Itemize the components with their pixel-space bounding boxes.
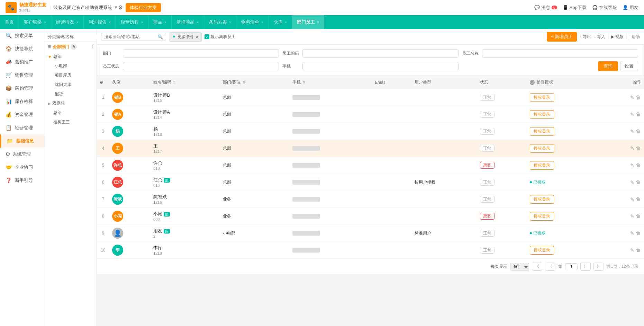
trial-button[interactable]: 体验行业方案 bbox=[126, 3, 161, 12]
close-icon[interactable]: × bbox=[109, 20, 111, 24]
edit-btn[interactable]: ✎ bbox=[629, 94, 635, 101]
close-icon[interactable]: × bbox=[44, 20, 46, 24]
close-icon[interactable]: × bbox=[141, 20, 143, 24]
dept-node-peihuo[interactable]: 配货 bbox=[48, 89, 97, 99]
delete-btn[interactable]: 🗑 bbox=[635, 230, 641, 237]
edit-btn[interactable]: ✎ bbox=[629, 247, 635, 254]
phone-input[interactable] bbox=[302, 62, 459, 70]
sidebar-item-basic[interactable]: 📁 基础信息 bbox=[0, 134, 45, 148]
dept-node-shenyang[interactable]: 沈阳大库 bbox=[48, 80, 97, 89]
auth-login-btn[interactable]: 授权登录 bbox=[530, 161, 554, 170]
close-icon[interactable]: × bbox=[317, 20, 319, 24]
delete-btn[interactable]: 🗑 bbox=[635, 179, 641, 186]
tab-operation-history[interactable]: 经营历程× bbox=[116, 15, 148, 29]
close-icon[interactable]: × bbox=[197, 20, 199, 24]
close-icon[interactable]: × bbox=[76, 20, 78, 24]
first-page-btn[interactable]: 《 bbox=[532, 263, 542, 271]
empname-input[interactable] bbox=[482, 49, 638, 58]
edit-btn[interactable]: ✎ bbox=[629, 128, 635, 135]
app-download-btn[interactable]: 📱 App下载 bbox=[563, 5, 587, 11]
dept-node-xiaodian[interactable]: 小电部 bbox=[48, 61, 97, 71]
th-settings[interactable]: ⚙ bbox=[97, 76, 109, 89]
delete-btn[interactable]: 🗑 bbox=[635, 196, 641, 203]
sidebar-item-operation[interactable]: 📋 经营管理 bbox=[0, 121, 45, 134]
page-size-select[interactable]: 50 100 bbox=[510, 263, 529, 271]
sidebar-item-quick-nav[interactable]: 🏠 快捷导航 bbox=[0, 42, 45, 55]
sidebar-item-collab[interactable]: 🤝 企业协同 bbox=[0, 161, 45, 174]
auth-login-btn[interactable]: 授权登录 bbox=[530, 246, 554, 255]
auth-login-btn[interactable]: 授权登录 bbox=[530, 127, 554, 136]
dept-node-zongbu[interactable]: ▼ 总部 bbox=[45, 52, 97, 61]
dept-node-xiangmu[interactable]: 项目库房 bbox=[48, 71, 97, 80]
sort-phone-icon[interactable]: ⇅ bbox=[302, 80, 305, 84]
online-service-btn[interactable]: 🎧 在线客服 bbox=[592, 5, 617, 11]
sort-name-icon[interactable]: ⇅ bbox=[173, 80, 176, 84]
delete-btn[interactable]: 🗑 bbox=[635, 247, 641, 254]
sidebar-item-guide[interactable]: ❓ 新手引导 bbox=[0, 174, 45, 187]
tab-customer[interactable]: 客户联络× bbox=[19, 15, 51, 29]
edit-btn[interactable]: ✎ bbox=[629, 230, 635, 237]
edit-btn[interactable]: ✎ bbox=[629, 196, 635, 203]
delete-btn[interactable]: 🗑 bbox=[635, 213, 641, 220]
prev-page-btn[interactable]: 〈 bbox=[545, 263, 555, 271]
delete-btn[interactable]: 🗑 bbox=[635, 162, 641, 169]
delete-btn[interactable]: 🗑 bbox=[635, 94, 641, 101]
edit-dept-icon[interactable]: ✎ bbox=[71, 44, 77, 50]
gear-button[interactable]: ⚙ bbox=[118, 4, 123, 11]
close-icon[interactable]: × bbox=[261, 20, 263, 24]
search-input[interactable] bbox=[104, 34, 156, 39]
tab-material-list[interactable]: 物料清单× bbox=[236, 15, 269, 29]
import-btn[interactable]: ↓ 导入 bbox=[594, 34, 605, 40]
sidebar-item-purchase[interactable]: 📦 采购管理 bbox=[0, 82, 45, 95]
next-page-btn[interactable]: 〉 bbox=[580, 263, 591, 271]
tab-home[interactable]: 首页 bbox=[0, 15, 19, 29]
message-btn[interactable]: 💬 消息 6 bbox=[534, 5, 557, 11]
edit-btn[interactable]: ✎ bbox=[629, 162, 635, 169]
sidebar-item-system[interactable]: ⚙ 系统管理 bbox=[0, 148, 45, 161]
delete-btn[interactable]: 🗑 bbox=[635, 128, 641, 135]
filter-more-btn[interactable]: ▼ 更多条件 ∧ bbox=[169, 32, 202, 42]
dept-search-input[interactable] bbox=[48, 34, 100, 39]
auth-login-btn[interactable]: 授权登录 bbox=[530, 93, 554, 102]
user-menu[interactable]: 👤 用友 bbox=[623, 5, 638, 11]
dept-node-zongbu2[interactable]: 总部 bbox=[45, 108, 97, 117]
auth-login-btn[interactable]: 授权登录 bbox=[530, 144, 554, 153]
search-input-icon[interactable]: 🔍 bbox=[157, 34, 163, 39]
tab-department-staff[interactable]: 部门员工× bbox=[292, 15, 324, 29]
add-employee-btn[interactable]: + 新增员工 bbox=[547, 32, 577, 42]
tab-goods[interactable]: 商品× bbox=[148, 15, 172, 29]
delete-btn[interactable]: 🗑 bbox=[635, 111, 641, 118]
sidebar-item-marketing[interactable]: 📣 营销推广 bbox=[0, 55, 45, 69]
dept-node-shuangting[interactable]: ▶ 双庭想 bbox=[45, 99, 97, 108]
query-btn[interactable]: 查询 bbox=[598, 61, 618, 71]
tab-warehouse[interactable]: 仓库× bbox=[269, 15, 292, 29]
settings-icon[interactable]: ⚙ bbox=[100, 80, 103, 85]
delete-btn[interactable]: 🗑 bbox=[635, 145, 641, 152]
dropdown-icon[interactable]: ▼ bbox=[114, 5, 118, 10]
last-page-btn[interactable]: 》 bbox=[593, 263, 604, 271]
sidebar-item-finance[interactable]: 💰 资金管理 bbox=[0, 108, 45, 121]
close-icon[interactable]: × bbox=[164, 20, 166, 24]
close-icon[interactable]: × bbox=[285, 20, 287, 24]
auth-login-btn[interactable]: 授权登录 bbox=[530, 110, 554, 119]
tab-new-goods[interactable]: 新增商品× bbox=[172, 15, 204, 29]
tab-operation-status[interactable]: 经营情况× bbox=[51, 15, 83, 29]
video-btn[interactable]: ▶ 视频 bbox=[611, 34, 624, 40]
tab-profit-report[interactable]: 利润报告× bbox=[84, 15, 116, 29]
dept-node-zhishu[interactable]: 植树王三 bbox=[45, 117, 97, 127]
auth-login-btn[interactable]: 授权登录 bbox=[530, 195, 554, 204]
edit-btn[interactable]: ✎ bbox=[629, 111, 635, 118]
edit-btn[interactable]: ✎ bbox=[629, 213, 635, 220]
auth-login-btn[interactable]: 授权登录 bbox=[530, 212, 554, 221]
sidebar-item-sales[interactable]: 🛒 销售管理 bbox=[0, 69, 45, 82]
edit-btn[interactable]: ✎ bbox=[629, 145, 635, 152]
page-input[interactable] bbox=[565, 263, 578, 270]
sidebar-item-search-menu[interactable]: 🔍 搜索菜单 bbox=[0, 29, 45, 42]
edit-btn[interactable]: ✎ bbox=[629, 179, 635, 186]
collapse-dept-btn[interactable]: 《 bbox=[89, 44, 94, 50]
export-btn[interactable]: ↑ 导出 bbox=[580, 34, 591, 40]
empcode-input[interactable] bbox=[302, 49, 459, 58]
empstatus-select[interactable] bbox=[123, 62, 279, 70]
help-btn[interactable]: | 帮助 bbox=[629, 34, 640, 40]
sidebar-item-inventory[interactable]: 📊 库存核算 bbox=[0, 95, 45, 108]
